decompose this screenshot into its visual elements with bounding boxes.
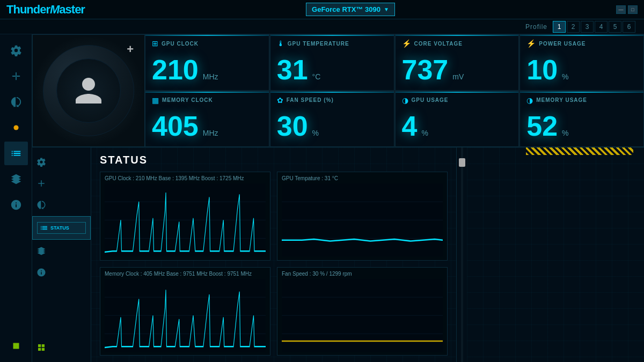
stat-box-core-voltage: ⚡ CORE VOLTAGE 737 mV <box>395 34 519 91</box>
sidebar-item-logo[interactable] <box>4 116 28 139</box>
profile-label: Profile <box>525 23 547 31</box>
core-voltage-value: 737 <box>402 56 449 84</box>
left-panel: STATUS <box>32 147 91 362</box>
stat-header-fan-speed: ✿ FAN SPEED (%) <box>277 96 387 105</box>
gpu-usage-value: 4 <box>402 112 418 140</box>
sidebar-item-status[interactable] <box>4 142 28 165</box>
stat-box-gpu-clock: ⊞ GPU CLOCK 210 MHz <box>145 34 269 91</box>
memory-usage-unit: % <box>562 129 568 137</box>
profile-tab-3[interactable]: 3 <box>581 21 594 33</box>
chart-canvas-gpu-clock <box>105 183 266 257</box>
memory-icon: ▦ <box>152 96 159 105</box>
gpu-image-panel: + <box>32 34 145 147</box>
stat-box-memory-usage: ◑ MEMORY USAGE 52 % <box>519 91 644 147</box>
waveform-gpu-temp <box>282 183 443 257</box>
fan-icon: ✿ <box>277 96 283 105</box>
chart-panel-gpu-clock: GPU Clock : 210 MHz Base : 1395 MHz Boos… <box>100 172 270 261</box>
scroll-thumb[interactable] <box>459 158 465 167</box>
memory-usage-value-row: 52 % <box>526 110 637 142</box>
memory-usage-icon: ◑ <box>526 96 533 105</box>
profile-tab-1[interactable]: 1 <box>553 21 566 33</box>
power-usage-value-row: 10 % <box>526 54 637 86</box>
add-profile-icon[interactable]: + <box>127 42 134 56</box>
sidebar-item-settings[interactable] <box>4 39 28 62</box>
gpu-usage-unit: % <box>421 129 428 137</box>
fan-speed-value-row: 30 % <box>277 110 387 142</box>
sidebar-item-overclock[interactable] <box>4 90 28 114</box>
sidebar-item-fan[interactable] <box>4 64 28 88</box>
chart-info-fan-speed: Fan Speed : 30 % / 1299 rpm <box>282 271 443 277</box>
sidebar <box>0 34 32 362</box>
stat-header-core-voltage: ⚡ CORE VOLTAGE <box>402 39 513 48</box>
profile-tab-6[interactable]: 6 <box>623 21 635 33</box>
left-btn-overclock[interactable] <box>32 195 91 215</box>
memory-usage-value: 52 <box>526 112 558 140</box>
gpu-image-bg: + <box>33 35 144 146</box>
stat-header-power-usage: ⚡ POWER USAGE <box>526 39 637 48</box>
left-btn-fan[interactable] <box>32 173 91 194</box>
gpu-temp-value-row: 31 °C <box>277 54 387 86</box>
sidebar-item-nvidia[interactable] <box>4 334 28 358</box>
minimize-button[interactable]: — <box>616 5 626 14</box>
gpu-clock-value: 210 <box>152 56 199 84</box>
waveform-mem-clock <box>105 279 266 352</box>
maximize-button[interactable]: □ <box>628 5 638 14</box>
chart-canvas-mem-clock <box>105 279 266 352</box>
left-btn-status[interactable]: STATUS <box>32 216 91 240</box>
left-btn-nvidia[interactable] <box>32 337 91 358</box>
fan-speed-value: 30 <box>277 112 308 140</box>
chart-info-gpu-clock: GPU Clock : 210 MHz Base : 1395 MHz Boos… <box>105 175 266 181</box>
gpu-temp-value: 31 <box>277 56 308 84</box>
left-btn-settings[interactable] <box>32 152 91 172</box>
gpu-clock-value-row: 210 MHz <box>152 54 262 86</box>
profile-tab-4[interactable]: 4 <box>595 21 608 33</box>
gpu-usage-value-row: 4 % <box>402 110 513 142</box>
stat-header-memory-clock: ▦ MEMORY CLOCK <box>152 96 262 105</box>
stat-header-gpu-temp: 🌡 GPU TEMPERATURE <box>277 39 387 48</box>
voltage-icon: ⚡ <box>402 39 411 48</box>
stat-box-gpu-temp: 🌡 GPU TEMPERATURE 31 °C <box>270 34 394 91</box>
chart-panel-gpu-temp: GPU Tempature : 31 °C <box>277 172 448 261</box>
memory-clock-unit: MHz <box>203 129 218 137</box>
title-bar: ThunderMaster GeForce RTX™ 3090 ▼ — □ <box>0 0 644 19</box>
stat-header-memory-usage: ◑ MEMORY USAGE <box>526 96 637 105</box>
memory-clock-value: 405 <box>152 112 199 140</box>
charts-grid: GPU Clock : 210 MHz Base : 1395 MHz Boos… <box>100 172 448 356</box>
left-btn-3d[interactable] <box>32 241 91 261</box>
power-usage-value: 10 <box>526 56 558 84</box>
chart-canvas-fan-speed <box>282 279 443 352</box>
core-voltage-unit: mV <box>452 72 464 81</box>
core-voltage-value-row: 737 mV <box>402 54 513 86</box>
gpu-clock-unit: MHz <box>203 72 218 81</box>
main-layout: + ⊞ GPU CLOCK 210 MHz <box>0 34 644 362</box>
status-section: STATUS STATUS <box>32 147 644 362</box>
fan-speed-unit: % <box>312 129 319 137</box>
chart-info-gpu-temp: GPU Tempature : 31 °C <box>282 175 443 181</box>
sidebar-item-3d[interactable] <box>4 167 28 191</box>
core-voltage-label: CORE VOLTAGE <box>414 41 463 47</box>
svg-point-0 <box>13 125 18 130</box>
chart-panel-fan-speed: Fan Speed : 30 % / 1299 rpm <box>277 267 448 356</box>
gpu-name: GeForce RTX™ 3090 <box>312 5 380 13</box>
gpu-usage-label: GPU USAGE <box>412 97 449 103</box>
gpu-selector[interactable]: GeForce RTX™ 3090 ▼ <box>306 3 395 16</box>
profile-tabs: 1 2 3 4 5 6 <box>553 21 635 33</box>
right-scrollbar[interactable] <box>456 147 467 362</box>
logo-text: ThunderMaster <box>6 3 85 17</box>
stat-box-fan-speed: ✿ FAN SPEED (%) 30 % <box>270 91 394 147</box>
gpu-temp-unit: °C <box>312 72 321 81</box>
gpu-clock-label: GPU CLOCK <box>162 41 199 47</box>
fan-speed-label: FAN SPEED (%) <box>287 97 334 103</box>
power-usage-unit: % <box>562 72 568 81</box>
left-btn-info[interactable] <box>32 262 91 283</box>
gpu-usage-icon: ◑ <box>402 96 408 105</box>
profile-tab-2[interactable]: 2 <box>567 21 580 33</box>
memory-usage-label: MEMORY USAGE <box>536 97 587 103</box>
stat-header-gpu-clock: ⊞ GPU CLOCK <box>152 39 262 48</box>
profile-tab-5[interactable]: 5 <box>609 21 621 33</box>
sidebar-item-info[interactable] <box>4 193 28 217</box>
stat-box-gpu-usage: ◑ GPU USAGE 4 % <box>395 91 519 147</box>
scroll-track <box>461 147 463 362</box>
window-controls: — □ <box>616 5 638 14</box>
app-logo: ThunderMaster <box>6 3 85 17</box>
